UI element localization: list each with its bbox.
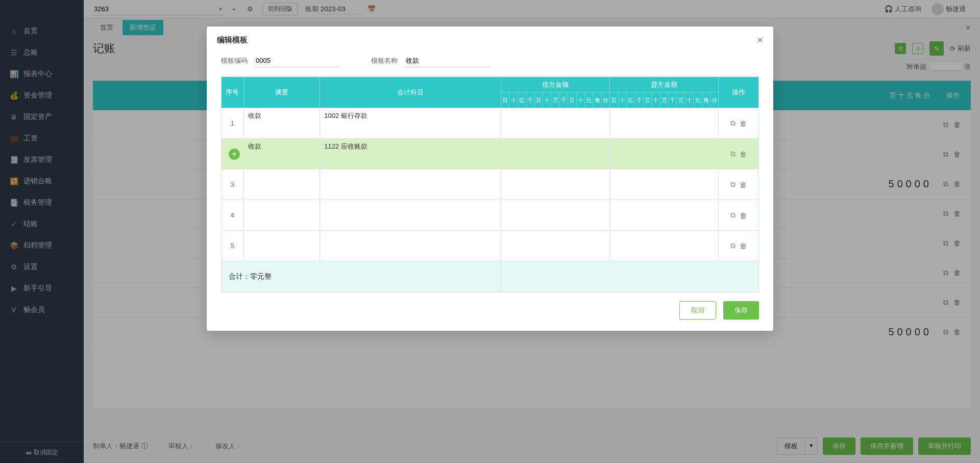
cell-op: ⧉🗑 [719,200,758,230]
table-header: 序号 摘要 会计科目 借方金额 百十亿千百十万千百十元角分 贷方金额 百十亿千百… [222,77,758,108]
digit-header: 十 [685,92,694,108]
cell-op: ⧉🗑 [719,108,758,138]
cell-seq: 1 [222,108,244,138]
digit-header: 十 [509,92,518,108]
digit-header: 角 [702,92,710,108]
cell-seq: 3 [222,169,244,200]
template-code-label: 模板编码 [221,56,248,65]
cell-summary[interactable] [244,200,320,230]
digit-header: 十 [577,92,585,108]
table-row: +收款1122 应收账款⧉🗑 [222,138,758,169]
close-icon[interactable]: × [757,35,763,45]
modal-title: 编辑模板 [217,35,248,45]
digit-header: 万 [660,92,669,108]
table-row: 1收款1002 银行存款⧉🗑 [222,108,758,138]
cell-op: ⧉🗑 [719,169,758,200]
digit-header: 百 [568,92,576,108]
table-row: 5⧉🗑 [222,230,758,261]
digit-header: 分 [710,92,719,108]
cell-debit[interactable] [501,108,610,138]
cell-subject[interactable]: 1122 应收账款 [320,139,501,169]
cell-debit[interactable] [501,169,610,200]
total-text: 合计：零元整 [222,261,501,292]
cancel-button[interactable]: 取消 [679,301,716,320]
total-row: 合计：零元整 [222,261,758,291]
digit-header: 千 [526,92,534,108]
cell-summary[interactable]: 收款 [244,108,320,138]
copy-icon[interactable]: ⧉ [730,241,736,250]
cell-subject[interactable] [320,200,501,230]
cell-seq: + [222,139,244,169]
cell-subject[interactable]: 1002 银行存款 [320,108,501,138]
copy-icon[interactable]: ⧉ [730,119,736,128]
delete-icon[interactable]: 🗑 [740,181,747,189]
digit-header: 千 [669,92,677,108]
cell-debit[interactable] [501,231,610,261]
modal-save-button[interactable]: 保存 [723,301,759,320]
table-row: 4⧉🗑 [222,200,758,230]
cell-subject[interactable] [320,169,501,200]
header-seq: 序号 [222,77,244,108]
copy-icon[interactable]: ⧉ [730,180,736,189]
digit-header: 元 [694,92,702,108]
digit-header: 百 [677,92,685,108]
copy-icon[interactable]: ⧉ [730,150,736,158]
cell-seq: 5 [222,231,244,261]
header-summary: 摘要 [244,77,320,108]
header-op: 操作 [719,77,758,108]
delete-icon[interactable]: 🗑 [740,119,747,128]
modal-overlay: 编辑模板 × 模板编码 模板名称 序号 摘要 会计科目 [0,0,980,463]
cell-credit[interactable] [610,200,719,230]
delete-icon[interactable]: 🗑 [740,150,747,158]
cell-summary[interactable] [244,169,320,200]
digit-header: 十 [619,92,627,108]
digit-header: 百 [610,92,618,108]
cell-seq: 4 [222,200,244,230]
cell-op: ⧉🗑 [719,139,758,169]
add-row-button[interactable]: + [229,149,240,160]
digit-header: 亿 [518,92,526,108]
cell-debit[interactable] [501,200,610,230]
copy-icon[interactable]: ⧉ [730,211,736,220]
digit-header: 百 [535,92,543,108]
digit-header: 万 [551,92,559,108]
cell-summary[interactable] [244,231,320,261]
header-credit: 贷方金额 百十亿千百十万千百十元角分 [610,77,719,108]
cell-summary[interactable]: 收款 [244,139,320,169]
delete-icon[interactable]: 🗑 [740,242,747,250]
digit-header: 百 [644,92,652,108]
digit-header: 亿 [627,92,635,108]
digit-header: 十 [543,92,551,108]
edit-template-modal: 编辑模板 × 模板编码 模板名称 序号 摘要 会计科目 [207,27,773,331]
digit-header: 分 [602,92,610,108]
cell-debit[interactable] [501,139,610,169]
digit-header: 元 [585,92,593,108]
header-subject: 会计科目 [320,77,501,108]
delete-icon[interactable]: 🗑 [740,211,747,220]
template-name-label: 模板名称 [371,56,398,65]
cell-credit[interactable] [610,169,719,200]
digit-header: 十 [652,92,660,108]
template-code-input[interactable] [254,54,340,67]
cell-op: ⧉🗑 [719,231,758,261]
template-table: 序号 摘要 会计科目 借方金额 百十亿千百十万千百十元角分 贷方金额 百十亿千百… [221,77,759,292]
cell-credit[interactable] [610,231,719,261]
table-row: 3⧉🗑 [222,169,758,200]
digit-header: 千 [560,92,568,108]
header-debit: 借方金额 百十亿千百十万千百十元角分 [501,77,610,108]
digit-header: 千 [635,92,643,108]
digit-header: 百 [501,92,509,108]
digit-header: 角 [593,92,601,108]
template-name-input[interactable] [404,54,491,67]
cell-credit[interactable] [610,139,719,169]
cell-credit[interactable] [610,108,719,138]
cell-subject[interactable] [320,231,501,261]
